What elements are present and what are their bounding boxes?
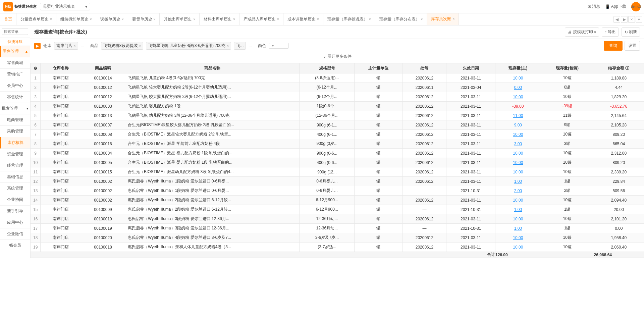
cell-name: 惠氏启睿（Wyeth illuma）2段奶粉 爱尔兰进口 6-12月较... xyxy=(125,205,299,214)
sidebar-item-guide[interactable]: 新手引导 xyxy=(0,206,30,217)
cell-qty-main[interactable]: 1.00 xyxy=(495,177,541,186)
sidebar-item-retail-stats[interactable]: 零售统计 xyxy=(0,92,30,103)
tab-7[interactable]: 产成品入库单历史 × xyxy=(239,13,283,25)
close-icon[interactable]: × xyxy=(193,17,195,21)
cell-code: 00100003 xyxy=(81,102,125,111)
sidebar-item-ops[interactable]: 经营管理 xyxy=(0,160,30,171)
tab-3[interactable]: 调拨单历史 × xyxy=(96,13,128,25)
product-tag-1-remove[interactable]: × xyxy=(139,44,141,48)
app-download-btn[interactable]: 📱 App下载 xyxy=(605,4,626,9)
cell-qty-main[interactable]: 0.00 xyxy=(495,83,541,92)
sidebar-item-apps[interactable]: 应用中心 xyxy=(0,217,30,228)
tab-next-btn[interactable]: ▶ xyxy=(621,16,628,23)
sidebar-item-retail-mall[interactable]: 零售商城 xyxy=(0,57,30,69)
sidebar-item-collab[interactable]: 企业协同 xyxy=(0,194,30,206)
sidebar-item-finance[interactable]: 资金管理 xyxy=(0,149,30,160)
product-ellipsis[interactable]: ... xyxy=(249,44,252,48)
cell-qty-main[interactable]: 10.00 xyxy=(495,158,541,167)
tab-home[interactable]: 首页 xyxy=(0,13,16,25)
search-btn[interactable]: 查询 xyxy=(604,41,623,51)
tab-menu-btn[interactable]: ▾ xyxy=(636,16,642,23)
template-print-btn[interactable]: 🖨 按模板打印 ▾ xyxy=(565,28,599,37)
cell-qty-main[interactable]: 10.00 xyxy=(495,73,541,83)
tab-11[interactable]: 库存批次账 × xyxy=(427,13,459,25)
cell-expire: 2021-03-11 xyxy=(446,130,495,139)
close-icon[interactable]: × xyxy=(421,17,423,21)
close-icon[interactable]: × xyxy=(154,17,156,21)
cell-qty-main[interactable]: 10.00 xyxy=(495,92,541,102)
cell-unit: 罐 xyxy=(355,120,402,130)
tab-close-btn[interactable]: × xyxy=(628,16,635,23)
cell-qty-main[interactable]: 10.00 xyxy=(495,196,541,205)
tab-8[interactable]: 成本调整单历史 × xyxy=(283,13,323,25)
cell-qty-main[interactable]: 1.00 xyxy=(495,224,541,233)
close-icon[interactable]: × xyxy=(317,17,319,21)
product-tag-2-remove[interactable]: × xyxy=(227,44,229,48)
logo: 标版 畅捷通好生意 xyxy=(3,2,37,11)
close-icon[interactable]: × xyxy=(90,17,92,21)
sidebar-item-member[interactable]: 会员中心 xyxy=(0,80,30,92)
tab-1[interactable]: 分量盘点单历史 × xyxy=(16,13,56,25)
cell-qty-main[interactable]: 11.00 xyxy=(495,111,541,120)
sidebar-item-wechat[interactable]: 企业微信 xyxy=(0,228,30,240)
cell-warehouse: 南岸门店 xyxy=(41,224,81,233)
cell-expire: 2021-03-11 xyxy=(446,167,495,177)
search-input[interactable] xyxy=(2,28,28,35)
cell-qty-main[interactable]: 10.00 xyxy=(495,130,541,139)
sidebar-item-basics[interactable]: 基础信息 xyxy=(0,171,30,183)
set-btn[interactable]: 设置 xyxy=(625,41,640,51)
cell-qty-main[interactable]: 10.00 xyxy=(495,214,541,224)
filter-expand-row[interactable]: ∨ 展开更多条件 xyxy=(34,52,640,61)
cell-amount: 2,312.00 xyxy=(594,149,644,158)
close-icon[interactable]: × xyxy=(122,17,124,21)
tab-10[interactable]: 现存量（库存分布表） × xyxy=(375,13,427,25)
sidebar-item-ecommerce[interactable]: 电商管理 xyxy=(0,114,30,126)
avatar[interactable]: demo2 xyxy=(631,2,641,11)
color-select[interactable]: ▾ xyxy=(269,43,289,49)
export-btn[interactable]: ↑ 导出 xyxy=(602,28,619,37)
cell-code: 00100019 xyxy=(81,214,125,224)
cell-qty-main[interactable]: 10.00 xyxy=(495,167,541,177)
sidebar-item-marketing[interactable]: 营销推广 xyxy=(0,69,30,80)
tab-4[interactable]: 要货单历史 × xyxy=(128,13,160,25)
cell-qty-main[interactable]: 10.00 xyxy=(495,149,541,158)
cell-qty-main[interactable]: -39.00 xyxy=(495,102,541,111)
refresh-btn[interactable]: ↻ 刷新 xyxy=(622,28,640,37)
warehouse-tag-remove[interactable]: × xyxy=(74,44,76,48)
industry-selector[interactable]: 母婴行业演示账套 ▾ xyxy=(40,3,90,10)
close-icon[interactable]: × xyxy=(233,17,235,21)
cell-qty-main[interactable]: 3.00 xyxy=(495,139,541,149)
cell-batch: — xyxy=(402,186,446,196)
tab-6[interactable]: 材料出库单历史 × xyxy=(200,13,239,25)
cell-qty-main[interactable]: 1.00 xyxy=(495,205,541,214)
sidebar-item-retail-mgmt[interactable]: 零售管理 ▲ xyxy=(0,46,30,57)
cell-qty-main[interactable]: 2.00 xyxy=(495,186,541,196)
sidebar-item-member2[interactable]: 畅会员 xyxy=(0,240,30,251)
sidebar-item-wholesale[interactable]: 批发管理 ▾ xyxy=(0,103,30,114)
cell-qty-main[interactable]: 10.00 xyxy=(495,233,541,243)
cell-qty-main[interactable]: 10.00 xyxy=(495,243,541,252)
chevron-down-icon: ▾ xyxy=(85,4,87,9)
sidebar-item-purchase[interactable]: 采购管理 xyxy=(0,126,30,137)
tab-5[interactable]: 其他出库单历史 × xyxy=(160,13,200,25)
cell-warehouse: 南岸门店 xyxy=(41,158,81,167)
tab-2[interactable]: 组装拆卸单历史 × xyxy=(56,13,96,25)
table-row: 7 南岸门店 00100008 合生元（BIOSTIME）派星较大婴儿配方奶粉 … xyxy=(31,130,644,139)
cell-qty-main[interactable]: 9.00 xyxy=(495,120,541,130)
sidebar-quick-nav[interactable]: 快捷导航 xyxy=(0,38,30,46)
sidebar-item-system[interactable]: 系统管理 xyxy=(0,183,30,194)
close-icon[interactable]: × xyxy=(369,17,371,21)
close-icon[interactable]: × xyxy=(277,17,279,21)
tab-prev-btn[interactable]: ◀ xyxy=(613,16,620,23)
close-icon[interactable]: × xyxy=(452,17,454,21)
message-btn[interactable]: ✉ 消息 xyxy=(588,4,600,9)
col-settings[interactable]: ⚙ xyxy=(31,63,41,73)
filter-expand-btn[interactable]: ▶ xyxy=(34,43,41,49)
warehouse-ellipsis[interactable]: ... xyxy=(81,44,84,48)
close-icon[interactable]: × xyxy=(50,17,52,21)
product-tag-2: 飞鹤星飞帆 儿童奶粉 4段(3-6岁适用) 700克 × xyxy=(146,42,231,50)
cell-batch: 20200612 xyxy=(402,73,446,83)
tab-9[interactable]: 现存量（库存状况表） × xyxy=(323,13,375,25)
cell-amount: 2,105.28 xyxy=(594,120,644,130)
sidebar-item-inventory[interactable]: 库存核算 xyxy=(0,137,30,149)
